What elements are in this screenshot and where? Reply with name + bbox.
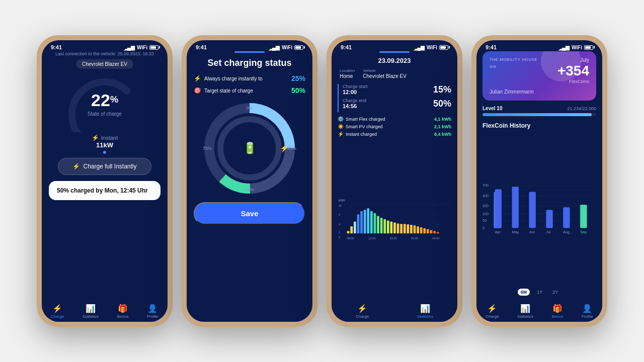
svg-rect-36 — [410, 225, 413, 233]
svg-text:18:00: 18:00 — [390, 237, 397, 240]
battery-icon-4 — [584, 45, 593, 50]
notch-2 — [227, 40, 272, 51]
svg-rect-28 — [383, 219, 386, 233]
battery-icon-1 — [149, 45, 158, 50]
phone1-content: Last connection to the vehicle: 25.09.20… — [42, 51, 168, 300]
nav-profile-1[interactable]: 👤 Profile — [147, 304, 158, 319]
svg-text:0: 0 — [339, 236, 340, 239]
nav-stats-3[interactable]: 📊 Statistics — [417, 304, 433, 319]
nav-charge-1[interactable]: ⚡ Charge — [51, 304, 64, 319]
nav-charge-4[interactable]: ⚡ Charge — [486, 304, 499, 319]
p4-time-filters: 6M 1Y 2Y — [482, 289, 596, 296]
svg-rect-68 — [563, 207, 570, 228]
pv-icon: ☀️ — [338, 124, 344, 129]
p3-stat-instant: ⚡Instant charged 8,4 kWh — [338, 131, 451, 137]
svg-text:50: 50 — [482, 218, 487, 223]
p3-location: Location Home — [340, 68, 355, 79]
nav-bonus-1[interactable]: 🎁 Bonus — [117, 304, 129, 319]
p4-nav: ⚡ Charge 📊 Statistics 🎁 Bonus 👤 Profile — [476, 300, 602, 322]
time-3: 9:41 — [341, 44, 352, 50]
p1-status-card: 50% charged by Mon, 12:45 Uhr — [49, 181, 160, 200]
p1-status-text: 50% charged by Mon, 12:45 Uhr — [57, 187, 152, 194]
bonus-icon: 🎁 — [118, 304, 128, 313]
p4-history-title: FlexCoin History — [482, 122, 596, 129]
svg-text:4: 4 — [339, 223, 340, 226]
p3-charge-end-row: Charge end 14:56 50% — [343, 98, 451, 109]
svg-rect-21 — [360, 211, 363, 233]
notch-4 — [517, 40, 562, 51]
svg-rect-38 — [417, 226, 419, 233]
svg-text:Jul: Jul — [546, 230, 551, 234]
svg-text:Aug: Aug — [563, 230, 570, 234]
p1-car-badge: Chevrolet Blazer EV — [76, 59, 133, 69]
p1-gauge-center: 22% State of charge — [88, 90, 122, 117]
p3-location-row: Location Home Vehicle Chevrolet Blaze EV — [338, 68, 451, 79]
p1-gauge: 22% State of charge — [62, 72, 147, 132]
stats-icon-3: 📊 — [420, 304, 430, 313]
svg-rect-39 — [420, 227, 423, 233]
svg-text:Apr: Apr — [495, 230, 501, 234]
svg-rect-24 — [370, 211, 373, 233]
svg-rect-31 — [393, 223, 396, 234]
stats-icon-4: 📊 — [520, 304, 530, 313]
battery-icon-3 — [439, 45, 448, 50]
filter-2y[interactable]: 2Y — [549, 289, 561, 296]
svg-text:Jun: Jun — [529, 230, 535, 234]
phone4-content: THE MOBILITY HOUSE »» July +354 FlexCoin… — [476, 51, 602, 300]
svg-rect-23 — [367, 208, 369, 233]
svg-text:6: 6 — [339, 213, 340, 216]
p4-level-row: Level 10 21.234/22.000 — [482, 106, 596, 111]
svg-text:00:00: 00:00 — [411, 237, 418, 240]
stats-icon: 📊 — [86, 304, 96, 313]
filter-1y[interactable]: 1Y — [534, 289, 545, 296]
svg-rect-33 — [400, 224, 403, 233]
svg-rect-22 — [364, 210, 366, 233]
battery-center-icon: 🔋 — [243, 142, 257, 154]
svg-rect-69 — [580, 205, 587, 228]
battery-icon-2 — [294, 45, 303, 50]
target-icon: 🎯 — [194, 87, 201, 94]
p2-title: Set charging status — [207, 58, 291, 68]
charge-full-instantly-button[interactable]: ⚡ Charge full Instantly — [58, 158, 151, 175]
svg-rect-30 — [390, 222, 393, 234]
nav-profile-4[interactable]: 👤 Profile — [582, 304, 593, 319]
status-icons-1: ▂▄▆ WiFi — [123, 45, 158, 50]
lightning-gauge-icon: ⚡ — [280, 144, 288, 152]
time-1: 9:41 — [51, 44, 62, 50]
time-2: 9:41 — [196, 44, 207, 50]
nav-stats-1[interactable]: 📊 Statistics — [83, 304, 99, 319]
nav-bonus-4[interactable]: 🎁 Bonus — [552, 304, 564, 319]
phone2-content: Set charging status ⚡ Always charge inst… — [187, 51, 312, 322]
svg-rect-27 — [380, 218, 383, 233]
p3-stat-pv: ☀️Smart PV charged 2,1 kWh — [338, 124, 451, 129]
svg-rect-25 — [374, 213, 376, 233]
svg-rect-44 — [437, 232, 439, 233]
p2-target-row: 🎯 Target state of charge 50% — [194, 86, 305, 95]
p3-stat-flex: ⚙️Smart Flex charged 4,1 kWh — [338, 116, 451, 122]
p4-flex-card: THE MOBILITY HOUSE »» July +354 FlexCoin… — [482, 51, 596, 101]
bonus-icon-4: 🎁 — [552, 304, 562, 313]
svg-text:May: May — [512, 230, 519, 234]
svg-rect-26 — [377, 216, 379, 233]
svg-text:0: 0 — [482, 226, 485, 230]
p4-chart: 700 400 200 100 50 0 — [482, 133, 596, 287]
lightning-icon-2: ⚡ — [194, 75, 201, 82]
filter-6m[interactable]: 6M — [518, 289, 530, 296]
svg-rect-65 — [512, 187, 519, 228]
svg-rect-64 — [495, 189, 502, 228]
nav-stats-4[interactable]: 📊 Statistics — [517, 304, 533, 319]
svg-text:kWh: kWh — [339, 199, 345, 202]
svg-rect-37 — [414, 225, 416, 233]
svg-rect-35 — [407, 224, 409, 233]
flex-icon: ⚙️ — [338, 116, 344, 122]
svg-text:10: 10 — [339, 204, 342, 207]
p3-nav: ⚡ Charge 📊 Statistics — [332, 300, 457, 322]
p3-charge-start-row: Charge start 12:00 15% — [343, 84, 451, 95]
phone-1: 9:41 ▂▄▆ WiFi Last connection to the veh… — [37, 35, 173, 327]
instant-icon: ⚡ — [338, 131, 344, 137]
nav-charge-3[interactable]: ⚡ Charge — [356, 304, 369, 319]
save-button[interactable]: Save — [194, 202, 305, 225]
svg-text:200: 200 — [482, 204, 489, 208]
profile-icon: 👤 — [147, 304, 157, 313]
svg-text:2: 2 — [339, 231, 340, 234]
